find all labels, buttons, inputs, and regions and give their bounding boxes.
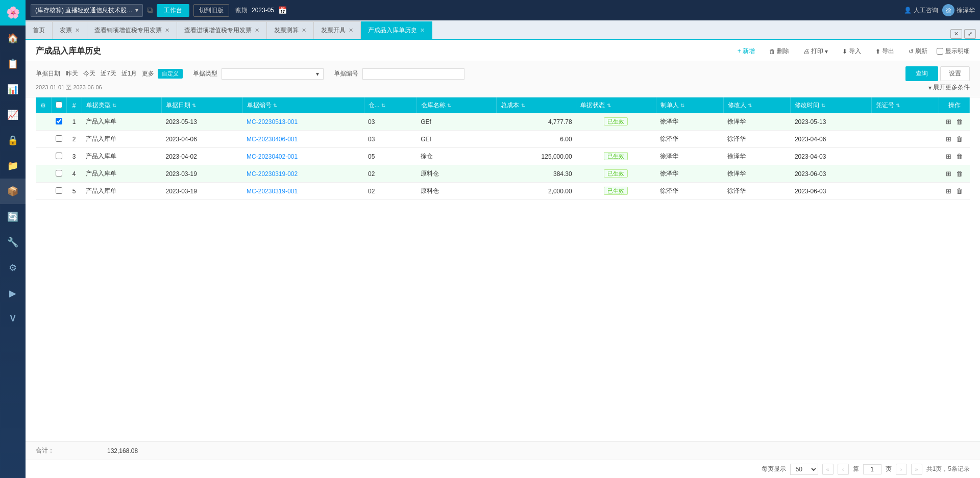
sidebar-item-orders[interactable]: 🔄 bbox=[0, 204, 26, 230]
record-link[interactable]: MC-20230513-001 bbox=[247, 118, 298, 125]
sidebar-item-files[interactable]: 📁 bbox=[0, 153, 26, 179]
company-selector[interactable]: (库存核算) 直播轻娱通信息技术股份... ▾ bbox=[31, 4, 143, 17]
td-number[interactable]: MC-20230406-001 bbox=[242, 131, 364, 148]
td-checkbox[interactable] bbox=[51, 131, 66, 148]
delete-action-btn[interactable]: 🗑 bbox=[954, 186, 964, 196]
view-action-btn[interactable]: ⊞ bbox=[944, 169, 953, 179]
th-status[interactable]: 单据状态 ⇅ bbox=[576, 97, 656, 113]
sidebar-item-settings[interactable]: ⚙ bbox=[0, 255, 26, 281]
td-number[interactable]: MC-20230319-001 bbox=[242, 183, 364, 200]
th-date[interactable]: 单据日期 ⇅ bbox=[161, 97, 242, 113]
add-button[interactable]: + 新增 bbox=[732, 45, 760, 58]
th-checkbox[interactable] bbox=[51, 97, 66, 113]
tab-home[interactable]: 首页 bbox=[26, 21, 53, 39]
sidebar-item-inventory[interactable]: 📦 bbox=[0, 179, 26, 204]
sidebar-item-v[interactable]: V bbox=[0, 306, 26, 332]
maximize-tab-btn[interactable]: ⤢ bbox=[964, 29, 976, 39]
td-number[interactable]: MC-20230319-002 bbox=[242, 165, 364, 183]
th-voucher[interactable]: 凭证号 ⇅ bbox=[872, 97, 939, 113]
td-number[interactable]: MC-20230513-001 bbox=[242, 113, 364, 131]
app-logo[interactable]: 🌸 bbox=[0, 0, 26, 26]
delete-button[interactable]: 🗑 删除 bbox=[764, 45, 794, 58]
th-settings[interactable]: ⚙ bbox=[36, 97, 51, 113]
th-warehouse-name[interactable]: 仓库名称 ⇅ bbox=[416, 97, 496, 113]
shortcut-1month[interactable]: 近1月 bbox=[120, 69, 139, 79]
td-checkbox[interactable] bbox=[51, 183, 66, 200]
tab-view-sales-vat[interactable]: 查看销项增值税专用发票 ✕ bbox=[87, 21, 177, 39]
view-action-btn[interactable]: ⊞ bbox=[944, 186, 953, 196]
close-tab-btn[interactable]: ✕ bbox=[950, 29, 962, 39]
last-page-btn[interactable]: » bbox=[911, 464, 922, 475]
workbench-button[interactable]: 工作台 bbox=[157, 4, 189, 17]
type-filter-select[interactable]: ▾ bbox=[222, 68, 324, 80]
shortcut-more[interactable]: 更多 bbox=[140, 69, 156, 79]
th-total-cost[interactable]: 总成本 ⇅ bbox=[497, 97, 576, 113]
tab-view-sales-close[interactable]: ✕ bbox=[165, 27, 169, 34]
td-checkbox[interactable] bbox=[51, 113, 66, 131]
copy-icon[interactable]: ⧉ bbox=[147, 6, 153, 15]
view-action-btn[interactable]: ⊞ bbox=[944, 134, 953, 144]
row-checkbox[interactable] bbox=[56, 187, 62, 194]
show-detail-checkbox-label[interactable]: 显示明细 bbox=[937, 47, 970, 56]
shortcut-today[interactable]: 今天 bbox=[82, 69, 97, 79]
tab-invoice[interactable]: 发票 ✕ bbox=[53, 21, 87, 39]
th-creator[interactable]: 制单人 ⇅ bbox=[656, 97, 723, 113]
number-filter-input[interactable] bbox=[362, 68, 464, 80]
select-all-checkbox[interactable] bbox=[56, 102, 62, 108]
first-page-btn[interactable]: « bbox=[822, 464, 834, 475]
row-checkbox[interactable] bbox=[56, 135, 62, 142]
td-checkbox[interactable] bbox=[51, 165, 66, 183]
sidebar-item-play[interactable]: ▶ bbox=[0, 281, 26, 306]
expand-more-btn[interactable]: ▾ 展开更多条件 bbox=[928, 83, 970, 92]
tab-invoice-close[interactable]: ✕ bbox=[75, 27, 80, 34]
delete-action-btn[interactable]: 🗑 bbox=[954, 134, 964, 144]
record-link[interactable]: MC-20230319-001 bbox=[247, 188, 298, 195]
record-link[interactable]: MC-20230406-001 bbox=[247, 136, 298, 143]
th-type[interactable]: 单据类型 ⇅ bbox=[82, 97, 161, 113]
tab-invoice-issue-close[interactable]: ✕ bbox=[349, 27, 353, 34]
tab-invoice-issue[interactable]: 发票开具 ✕ bbox=[314, 21, 361, 39]
tab-product-instock-close[interactable]: ✕ bbox=[420, 27, 425, 34]
tab-invoice-calc[interactable]: 发票测算 ✕ bbox=[267, 21, 314, 39]
sidebar-item-docs[interactable]: 📋 bbox=[0, 51, 26, 77]
th-modify-time[interactable]: 修改时间 ⇅ bbox=[791, 97, 872, 113]
sidebar-item-security[interactable]: 🔒 bbox=[0, 128, 26, 153]
switch-period-button[interactable]: 切到旧版 bbox=[193, 4, 229, 17]
export-button[interactable]: ⬆ 导出 bbox=[870, 45, 899, 58]
next-page-btn[interactable]: › bbox=[896, 464, 907, 475]
view-action-btn[interactable]: ⊞ bbox=[944, 152, 953, 161]
row-checkbox[interactable] bbox=[56, 118, 62, 124]
record-link[interactable]: MC-20230319-002 bbox=[247, 170, 298, 178]
page-input[interactable] bbox=[863, 464, 881, 474]
td-number[interactable]: MC-20230402-001 bbox=[242, 148, 364, 165]
th-warehouse-code[interactable]: 仓... ⇅ bbox=[364, 97, 416, 113]
delete-action-btn[interactable]: 🗑 bbox=[954, 169, 964, 179]
record-link[interactable]: MC-20230402-001 bbox=[247, 153, 298, 160]
sidebar-item-reports[interactable]: 📊 bbox=[0, 77, 26, 102]
delete-action-btn[interactable]: 🗑 bbox=[954, 117, 964, 127]
import-button[interactable]: ⬇ 导入 bbox=[837, 45, 866, 58]
user-info[interactable]: 徐 徐泽华 bbox=[942, 4, 975, 16]
tab-view-purchase-vat[interactable]: 查看进项增值税专用发票 ✕ bbox=[177, 21, 267, 39]
sidebar-item-home[interactable]: 🏠 bbox=[0, 26, 26, 51]
row-checkbox[interactable] bbox=[56, 170, 62, 177]
prev-page-btn[interactable]: ‹ bbox=[838, 464, 849, 475]
view-action-btn[interactable]: ⊞ bbox=[944, 117, 953, 127]
per-page-select[interactable]: 50 100 200 bbox=[790, 464, 818, 475]
th-modifier[interactable]: 修改人 ⇅ bbox=[723, 97, 791, 113]
tab-product-instock[interactable]: 产成品入库单历史 ✕ bbox=[361, 21, 432, 39]
td-checkbox[interactable] bbox=[51, 148, 66, 165]
refresh-button[interactable]: ↺ 刷新 bbox=[903, 45, 933, 58]
sidebar-item-tools[interactable]: 🔧 bbox=[0, 230, 26, 255]
shortcut-custom[interactable]: 自定义 bbox=[158, 69, 183, 79]
shortcut-yesterday[interactable]: 昨天 bbox=[64, 69, 80, 79]
delete-action-btn[interactable]: 🗑 bbox=[954, 152, 964, 161]
search-button[interactable]: 查询 bbox=[905, 66, 938, 81]
customer-service[interactable]: 👤 人工咨询 bbox=[904, 6, 938, 15]
print-button[interactable]: 🖨 打印 ▾ bbox=[798, 45, 833, 58]
shortcut-7days[interactable]: 近7天 bbox=[99, 69, 118, 79]
tab-invoice-calc-close[interactable]: ✕ bbox=[302, 27, 306, 34]
th-number[interactable]: 单据编号 ⇅ bbox=[242, 97, 364, 113]
show-detail-checkbox[interactable] bbox=[937, 48, 943, 55]
tab-view-purchase-close[interactable]: ✕ bbox=[255, 27, 259, 34]
